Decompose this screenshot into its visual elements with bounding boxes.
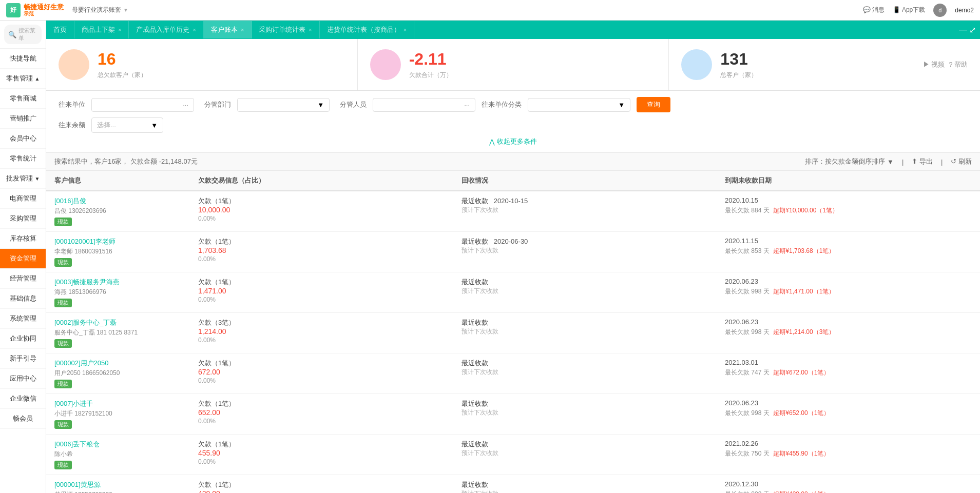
refresh-button[interactable]: ↺ 刷新 — [951, 157, 972, 166]
overdue-days: 最长欠款 884 天 — [725, 207, 770, 214]
debt-amount[interactable]: 429.00 — [198, 489, 445, 493]
search-menu-box[interactable]: 🔍 搜索菜单 — [4, 25, 42, 44]
close-tab-icon[interactable]: × — [118, 27, 121, 33]
sort-button[interactable]: 排序：按欠款金额倒序排序 ▼ — [805, 157, 894, 166]
sidebar-item-ecommerce[interactable]: 电商管理 — [0, 189, 46, 209]
help-link[interactable]: ? 帮助 — [949, 60, 968, 69]
overdue-amount-link[interactable]: 超期¥455.90（1笔） — [773, 450, 830, 457]
unit-classify-select[interactable]: ▼ — [528, 98, 630, 112]
from-unit-input[interactable]: ··· — [91, 98, 194, 112]
sidebar-item-app-center[interactable]: 应用中心 — [0, 369, 46, 389]
customer-tag: 现款 — [54, 461, 72, 469]
overdue-amount-link[interactable]: 超期¥10,000.00（1笔） — [773, 207, 838, 214]
collapse-button[interactable]: ⋀ 收起更多条件 — [54, 137, 972, 146]
debt-amount[interactable]: 652.00 — [198, 408, 445, 417]
video-link[interactable]: ▶ 视频 — [923, 60, 945, 69]
overdue-amount-link[interactable]: 超期¥672.00（1笔） — [773, 369, 830, 376]
top-bar-left: 好 畅捷通好生意 示范 母婴行业演示账套 ▼ — [6, 3, 128, 17]
divider2: | — [941, 158, 943, 166]
sidebar-item-label: 会员中心 — [10, 134, 36, 142]
customer-name-link[interactable]: [0003]畅捷服务尹海燕 — [54, 278, 182, 287]
stat-card3-actions: ▶ 视频 ? 帮助 — [923, 60, 968, 69]
result-summary: 搜索结果中，客户16家 — [54, 157, 122, 165]
customer-tag: 现款 — [54, 258, 72, 267]
customer-name-link[interactable]: [000001]黄思源 — [54, 480, 182, 489]
company-selector[interactable]: 母婴行业演示账套 ▼ — [72, 6, 128, 14]
customer-name-link[interactable]: [0006]丢下粮仓 — [54, 440, 182, 449]
from-unit-dots-icon: ··· — [183, 101, 188, 109]
sidebar-item-corp-wechat[interactable]: 企业微信 — [0, 389, 46, 409]
sidebar-item-retail-mgmt[interactable]: 零售管理 ▲ — [0, 69, 46, 89]
sidebar-item-inventory[interactable]: 库存核算 — [0, 229, 46, 249]
tab-products-off[interactable]: 商品上下架 × — [74, 21, 129, 38]
due-date: 2020.06.23 — [725, 278, 972, 285]
overdue-amount-link[interactable]: 超期¥652.00（1笔） — [773, 409, 830, 417]
sidebar-item-newbie[interactable]: 新手引导 — [0, 349, 46, 369]
customer-name-link[interactable]: [0007]小进千 — [54, 399, 182, 408]
debt-amount[interactable]: 10,000.00 — [198, 206, 445, 214]
tab-home[interactable]: 首页 — [46, 21, 74, 38]
person-label: 分管人员 — [336, 100, 367, 109]
customer-tag: 现款 — [54, 218, 72, 226]
td-debt-5: 欠款（1笔） 672.00 0.00% — [190, 353, 453, 393]
sidebar-item-purchase[interactable]: 采购管理 — [0, 209, 46, 229]
sidebar-item-operations[interactable]: 经营管理 — [0, 269, 46, 289]
tab-customer-account[interactable]: 客户账本 × — [204, 21, 252, 38]
close-tab-icon[interactable]: × — [309, 27, 312, 33]
close-tab-icon[interactable]: × — [193, 27, 196, 33]
search-button[interactable]: 查询 — [637, 97, 670, 112]
dept-select[interactable]: ▼ — [237, 98, 330, 112]
close-tab-icon[interactable]: × — [403, 27, 407, 33]
sidebar-item-quick-nav[interactable]: 快捷导航 — [0, 49, 46, 69]
overdue-amount-link[interactable]: 超期¥429.00（1笔） — [773, 490, 830, 493]
td-due-2: 2020.11.15 最长欠款 853 天 超期¥1,703.68（1笔） — [717, 232, 980, 272]
debt-amount[interactable]: 672.00 — [198, 368, 445, 376]
stat-label-amount: 欠款合计（万） — [409, 71, 657, 80]
tab-fullscreen-icon[interactable]: ⤢ — [969, 25, 976, 35]
overdue-amount-link[interactable]: 超期¥1,703.68（1笔） — [773, 247, 835, 254]
play-icon: ▶ — [923, 61, 930, 68]
sidebar-item-system[interactable]: 系统管理 — [0, 309, 46, 329]
sidebar-item-enterprise[interactable]: 企业协同 — [0, 329, 46, 349]
close-tab-icon[interactable]: × — [241, 27, 244, 33]
sidebar-item-marketing[interactable]: 营销推广 — [0, 109, 46, 129]
person-input[interactable]: ··· — [373, 98, 475, 112]
debt-pct: 0.00% — [198, 255, 445, 263]
table-row: [000001]黄思源 黄思源 13552700226 现款 欠款（1笔） 42… — [46, 475, 980, 493]
sidebar-item-label: 零售统计 — [10, 154, 36, 162]
debt-amount[interactable]: 1,703.68 — [198, 246, 445, 254]
customer-name-link[interactable]: [000002]用户2050 — [54, 359, 182, 368]
customer-name-link[interactable]: [0016]吕俊 — [54, 196, 182, 206]
balance-select[interactable]: 选择... ▼ — [91, 117, 163, 133]
debt-amount[interactable]: 1,471.00 — [198, 287, 445, 295]
th-due-date: 到期未收款日期 — [717, 171, 980, 190]
user-avatar[interactable]: d — [933, 4, 947, 17]
app-download-link[interactable]: 📱 App下载 — [893, 6, 925, 14]
message-link[interactable]: 💬 消息 — [863, 6, 885, 14]
sidebar-item-finance[interactable]: 资金管理 — [0, 249, 46, 269]
debt-count: 欠款（1笔） — [198, 196, 445, 206]
overdue-days: 最长欠款 998 天 — [725, 288, 770, 295]
sidebar-item-member[interactable]: 会员中心 — [0, 129, 46, 149]
tab-product-history[interactable]: 产成品入库单历史 × — [129, 21, 203, 38]
last-collect: 最近收款 2020-06-30 — [462, 237, 708, 246]
customer-name-link[interactable]: [0001020001]李老师 — [54, 237, 182, 246]
tab-label: 采购订单统计表 — [259, 25, 305, 34]
sidebar-item-retail-stats[interactable]: 零售统计 — [0, 149, 46, 169]
sidebar-item-retail-mall[interactable]: 零售商城 — [0, 89, 46, 109]
customer-name-link[interactable]: [0002]服务中心_丁磊 — [54, 318, 182, 327]
overdue-amount-link[interactable]: 超期¥1,214.00（3笔） — [773, 328, 835, 336]
export-button[interactable]: ⬆ 导出 — [912, 157, 933, 166]
tab-collapse-icon[interactable]: — — [959, 25, 967, 34]
sidebar-search-area[interactable]: 🔍 搜索菜单 — [0, 21, 46, 49]
tab-import-summary[interactable]: 进货单统计表（按商品） × — [320, 21, 414, 38]
overdue-amount-link[interactable]: 超期¥1,471.00（1笔） — [773, 288, 835, 295]
debt-amount[interactable]: 1,214.00 — [198, 327, 445, 336]
sidebar-item-basic-info[interactable]: 基础信息 — [0, 289, 46, 309]
sidebar-item-batch-mgmt[interactable]: 批发管理 ▼ — [0, 169, 46, 189]
sidebar-item-label: 基础信息 — [10, 294, 36, 302]
debt-amount[interactable]: 455.90 — [198, 449, 445, 457]
sidebar-item-member-plus[interactable]: 畅会员 — [0, 409, 46, 429]
td-customer-6: [0007]小进千 小进千 18279152100 现款 — [46, 394, 190, 434]
tab-purchase-summary[interactable]: 采购订单统计表 × — [252, 21, 319, 38]
